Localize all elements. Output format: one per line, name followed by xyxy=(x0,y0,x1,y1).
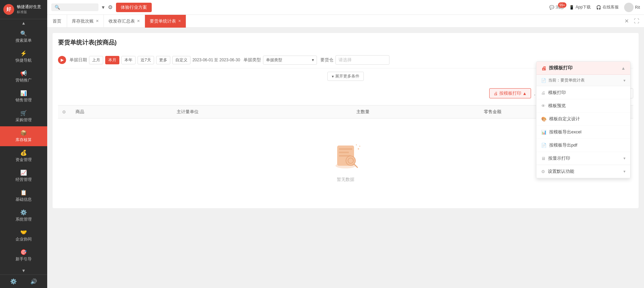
expand-more-btn[interactable]: ▾ 展开更多条件 xyxy=(327,72,364,81)
settings-bottom-icon[interactable]: ⚙️ xyxy=(10,278,17,285)
tab-order-stats-close[interactable]: ✕ xyxy=(178,19,181,23)
dropdown-item-template-pdf[interactable]: 📄 按模板导出pdf xyxy=(536,139,630,152)
sidebar-item-operation[interactable]: 📈 经营管理 xyxy=(0,166,47,186)
dropdown-header-left: 🖨 按模板打印 xyxy=(541,65,573,71)
tab-batch-account[interactable]: 库存批次账 ✕ xyxy=(67,15,104,28)
type-filter-select[interactable]: 单据类型 ▾ xyxy=(263,56,317,65)
tab-home[interactable]: 首页 xyxy=(47,15,67,28)
purchase-icon: 🛒 xyxy=(20,110,27,116)
finance-icon: 💰 xyxy=(20,150,27,156)
topbar-search-box[interactable]: 🔍 xyxy=(51,3,98,11)
current-chevron: ▾ xyxy=(623,78,625,83)
default-func-label: 设置默认功能 xyxy=(548,168,574,174)
sidebar-item-marketing[interactable]: 📢 营销推广 xyxy=(0,67,47,87)
date-btn-this-month[interactable]: 本月 xyxy=(105,56,119,64)
tab-batch-account-close[interactable]: ✕ xyxy=(96,19,99,23)
sidebar-item-search[interactable]: 🔍 搜索菜单 xyxy=(0,27,47,47)
date-btn-this-year[interactable]: 本年 xyxy=(121,56,136,64)
tab-collection-summary-label: 收发存汇总表 xyxy=(109,18,135,24)
template-print-btn[interactable]: 🖨 按模板打印 ▲ xyxy=(489,88,531,98)
cargo-filter-input[interactable]: 请选择 xyxy=(335,55,389,65)
sidebar-item-basic[interactable]: 📋 基础信息 xyxy=(0,186,47,206)
sidebar-item-cooperation[interactable]: 🤝 企业协同 xyxy=(0,226,47,246)
template-print-arrow: ▲ xyxy=(523,91,527,96)
table-col-settings-icon[interactable]: ⚙ xyxy=(62,109,66,115)
sidebar-item-label: 采购管理 xyxy=(16,117,32,123)
svg-point-8 xyxy=(358,148,359,150)
online-service-label: 在线客服 xyxy=(603,4,619,10)
marketing-icon: 📢 xyxy=(20,70,27,76)
sidebar-item-finance[interactable]: 💰 资金管理 xyxy=(0,146,47,166)
date-btn-last-month[interactable]: 上月 xyxy=(89,56,103,64)
app-logo: 好 畅捷通好生意 标准版 xyxy=(0,0,47,19)
message-btn[interactable]: 💬 消息 99+ xyxy=(549,4,564,10)
dropdown-header: 🖨 按模板打印 ▲ xyxy=(536,62,630,75)
operation-icon: 📈 xyxy=(20,169,27,176)
dropdown-section-display-print[interactable]: 🖥 按显示打印 ▾ xyxy=(536,152,630,165)
date-btn-more[interactable]: 更多 xyxy=(156,56,170,64)
tabs-bar: 首页 库存批次账 ✕ 收发存汇总表 ✕ 要货单统计表 ✕ ✕ ⛶ xyxy=(47,15,644,28)
date-filter-label: 单据日期 xyxy=(69,57,87,63)
user-avatar[interactable]: Rit xyxy=(624,3,640,12)
topbar-settings-icon[interactable]: ⚙ xyxy=(108,4,113,10)
topbar: 🔍 ▾ ⚙ 体验行业方案 💬 消息 99+ 📱 App下载 🎧 在线客服 Rit xyxy=(47,0,644,15)
dropdown-section-default-func[interactable]: ⚙ 设置默认功能 ▾ xyxy=(536,165,630,178)
topbar-right: 💬 消息 99+ 📱 App下载 🎧 在线客服 Rit xyxy=(549,3,640,12)
topbar-dropdown-icon[interactable]: ▾ xyxy=(102,4,105,10)
tab-order-stats[interactable]: 要货单统计表 ✕ xyxy=(145,15,186,28)
dropdown-item-template-preview[interactable]: 👁 模板预览 xyxy=(536,99,630,113)
sidebar-item-label: 基础信息 xyxy=(16,197,32,202)
default-func-chevron: ▾ xyxy=(623,169,625,174)
sound-icon[interactable]: 🔊 xyxy=(30,278,37,285)
user-name: Rit xyxy=(635,5,640,10)
guide-icon: 🎯 xyxy=(20,249,27,255)
sidebar-item-label: 系统管理 xyxy=(16,217,32,222)
sidebar-item-label: 快捷导航 xyxy=(16,58,32,63)
template-preview-icon: 👁 xyxy=(541,103,546,108)
tab-order-stats-label: 要货单统计表 xyxy=(150,18,176,24)
template-print-label: 按模板打印 xyxy=(499,90,521,96)
sidebar-item-guide[interactable]: 🎯 新手引导 xyxy=(0,246,47,265)
tab-collection-summary-close[interactable]: ✕ xyxy=(137,19,140,23)
dropdown-close-btn[interactable]: ▲ xyxy=(621,66,625,71)
type-filter-label: 单据类型 xyxy=(243,57,261,63)
sidebar-item-purchase[interactable]: 🛒 采购管理 xyxy=(0,106,47,126)
current-icon: 📄 xyxy=(541,78,546,83)
message-badge: 99+ xyxy=(558,2,566,8)
col-header-unit: 主计量单位 xyxy=(173,105,352,119)
empty-text: 暂无数据 xyxy=(337,177,354,183)
sidebar: 好 畅捷通好生意 标准版 ▲ 🔍 搜索菜单 ⚡ 快捷导航 📢 营销推广 📊 销售… xyxy=(0,0,47,288)
dropdown-item-template-print[interactable]: 🖨 模板打印 xyxy=(536,86,630,99)
dropdown-item-template-excel[interactable]: 📊 按模板导出excel xyxy=(536,126,630,139)
type-select-placeholder: 单据类型 xyxy=(266,57,282,63)
date-btn-custom[interactable]: 自定义 xyxy=(172,56,191,64)
trial-btn[interactable]: 体验行业方案 xyxy=(116,3,152,12)
sidebar-item-label: 库存核算 xyxy=(16,137,32,143)
sidebar-item-app-center[interactable]: 📱 应用中心 xyxy=(0,265,47,267)
svg-rect-3 xyxy=(339,152,349,153)
sidebar-item-inventory[interactable]: 📦 库存核算 xyxy=(0,126,47,146)
main-area: 🔍 ▾ ⚙ 体验行业方案 💬 消息 99+ 📱 App下载 🎧 在线客服 Rit xyxy=(47,0,644,288)
scroll-down-btn[interactable]: ▼ xyxy=(0,267,47,275)
tab-close-current-btn[interactable]: ✕ xyxy=(622,17,631,25)
sidebar-item-quick-nav[interactable]: ⚡ 快捷导航 xyxy=(0,47,47,67)
sidebar-item-label: 营销推广 xyxy=(16,77,32,83)
app-download-btn[interactable]: 📱 App下载 xyxy=(569,4,591,10)
online-service-btn[interactable]: 🎧 在线客服 xyxy=(596,4,619,10)
scroll-up-btn[interactable]: ▲ xyxy=(0,19,47,27)
app-version: 标准版 xyxy=(17,10,41,14)
topbar-search-input[interactable] xyxy=(62,5,92,10)
date-btn-7days[interactable]: 近7天 xyxy=(138,56,154,64)
dropdown-item-template-custom[interactable]: 🎨 模板自定义设计 xyxy=(536,113,630,126)
tab-maximize-btn[interactable]: ⛶ xyxy=(633,17,641,25)
tab-collection-summary[interactable]: 收发存汇总表 ✕ xyxy=(104,15,145,28)
sidebar-item-label: 新手引导 xyxy=(16,256,32,262)
sidebar-item-sales[interactable]: 📊 销售管理 xyxy=(0,87,47,106)
sidebar-item-system[interactable]: ⚙️ 系统管理 xyxy=(0,206,47,226)
sidebar-item-label: 企业协同 xyxy=(16,236,32,242)
col-header-product: 商品 xyxy=(71,105,173,119)
filter-expand-btn[interactable]: ▶ xyxy=(58,56,66,64)
sidebar-bottom: ⚙️ 🔊 xyxy=(0,275,47,288)
cargo-input-placeholder: 请选择 xyxy=(339,57,352,63)
empty-icon xyxy=(329,139,362,172)
